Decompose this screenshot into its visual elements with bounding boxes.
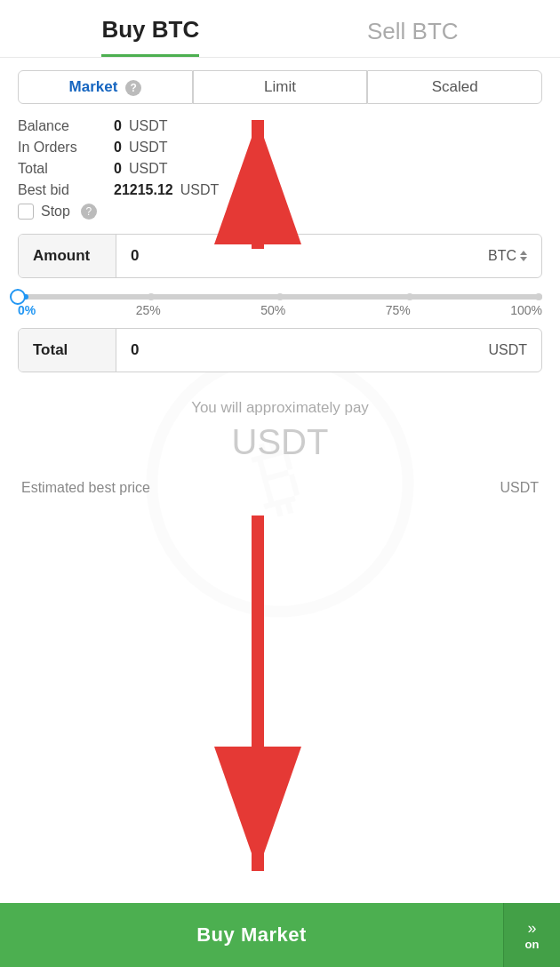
total-info-label: Total xyxy=(18,161,107,177)
slider-dots xyxy=(18,293,542,300)
best-bid-unit: USDT xyxy=(180,182,220,198)
in-orders-label: In Orders xyxy=(18,140,107,156)
toggle-arrows-icon: » xyxy=(527,920,536,936)
balance-label: Balance xyxy=(18,118,107,134)
balance-unit: USDT xyxy=(129,118,168,134)
slider-track[interactable] xyxy=(18,294,542,300)
best-bid-label: Best bid xyxy=(18,182,107,198)
slider-label-25: 25% xyxy=(136,303,161,317)
balance-row: Balance 0 USDT xyxy=(18,118,542,134)
total-info-row: Total 0 USDT xyxy=(18,161,542,177)
stop-label: Stop xyxy=(41,204,70,220)
total-info-unit: USDT xyxy=(129,161,168,177)
total-label: Total xyxy=(19,329,116,372)
slider-dot-25 xyxy=(148,293,155,300)
slider-label-0: 0% xyxy=(18,303,36,317)
stop-checkbox[interactable] xyxy=(18,204,34,220)
slider-dot-50 xyxy=(276,293,284,300)
total-currency: USDT xyxy=(474,330,541,371)
pay-label: You will approximately pay xyxy=(18,399,542,417)
tab-limit[interactable]: Limit xyxy=(193,70,368,104)
amount-currency-selector[interactable]: BTC xyxy=(474,236,541,276)
buy-toggle-button[interactable]: » on xyxy=(503,903,560,967)
tab-buy[interactable]: Buy BTC xyxy=(101,16,199,57)
currency-arrows-icon xyxy=(520,251,527,261)
best-bid-row: Best bid 21215.12 USDT xyxy=(18,182,542,198)
amount-label: Amount xyxy=(19,235,116,277)
buy-button-section: Buy Market » on xyxy=(0,903,560,967)
in-orders-row: In Orders 0 USDT xyxy=(18,140,542,156)
slider-label-50: 50% xyxy=(260,303,285,317)
estimated-row: Estimated best price USDT xyxy=(18,480,542,496)
market-help-icon[interactable]: ? xyxy=(125,80,141,96)
pay-info-section: You will approximately pay USDT Estimate… xyxy=(0,372,560,505)
total-section: Total USDT xyxy=(0,328,560,372)
buy-market-button[interactable]: Buy Market xyxy=(0,903,503,967)
header-tabs: Buy BTC Sell BTC xyxy=(0,0,560,58)
stop-help-icon[interactable]: ? xyxy=(81,204,97,220)
balance-value: 0 xyxy=(114,118,122,134)
slider-label-100: 100% xyxy=(510,303,542,317)
amount-section: Amount BTC xyxy=(0,234,560,278)
amount-input[interactable] xyxy=(116,235,474,277)
slider-dot-100 xyxy=(535,293,542,300)
trading-panel: ₿ Buy BTC Sell BTC Market ? Limit xyxy=(0,0,560,967)
estimated-label: Estimated best price xyxy=(21,480,150,496)
info-section: Balance 0 USDT In Orders 0 USDT Total 0 … xyxy=(0,104,560,228)
tab-sell[interactable]: Sell BTC xyxy=(367,18,459,56)
slider-thumb[interactable] xyxy=(10,289,26,305)
pay-amount: USDT xyxy=(18,422,542,462)
total-currency-label: USDT xyxy=(488,342,527,358)
slider-label-75: 75% xyxy=(386,303,411,317)
best-bid-value: 21215.12 xyxy=(114,182,173,198)
total-info-value: 0 xyxy=(114,161,122,177)
in-orders-value: 0 xyxy=(114,140,122,156)
stop-row: Stop ? xyxy=(18,204,542,220)
slider-labels: 0% 25% 50% 75% 100% xyxy=(18,303,542,317)
order-type-tabs: Market ? Limit Scaled xyxy=(0,58,560,104)
toggle-on-label: on xyxy=(525,938,540,951)
amount-input-row: Amount BTC xyxy=(18,234,542,278)
tab-market[interactable]: Market ? xyxy=(18,70,193,104)
tab-scaled[interactable]: Scaled xyxy=(367,70,542,104)
in-orders-unit: USDT xyxy=(129,140,168,156)
slider-dot-75 xyxy=(406,293,413,300)
amount-currency-label: BTC xyxy=(488,248,516,264)
slider-section: 0% 25% 50% 75% 100% xyxy=(0,278,560,323)
total-input-row: Total USDT xyxy=(18,328,542,372)
estimated-value: USDT xyxy=(500,480,539,496)
total-input[interactable] xyxy=(116,329,474,372)
